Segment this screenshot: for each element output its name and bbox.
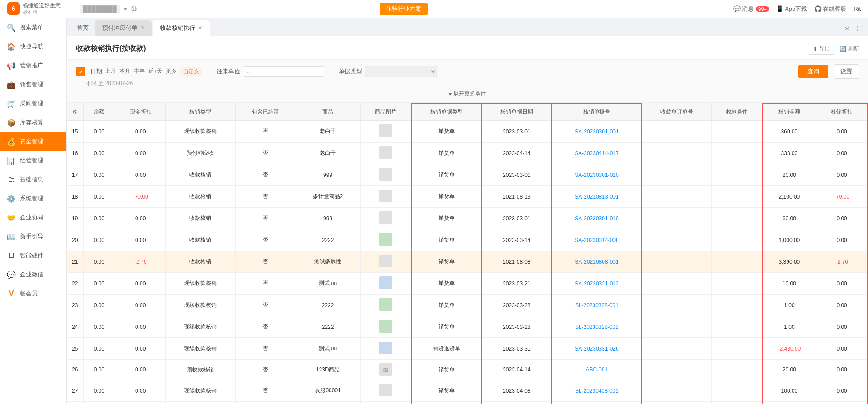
messages-btn[interactable]: 💬 消息 99+ <box>733 5 769 13</box>
export-btn[interactable]: ⬆ 导出 <box>808 43 835 55</box>
bill-type-filter: 单据类型 <box>339 66 437 77</box>
sidebar-label-guide: 新手引导 <box>20 233 43 241</box>
sidebar-item-inventory[interactable]: 📦 库存核算 <box>0 113 66 132</box>
col-gear[interactable]: ⚙ <box>67 103 83 121</box>
product-thumbnail <box>379 168 392 181</box>
date-this-year[interactable]: 本年 <box>134 67 145 76</box>
product-thumbnail <box>379 146 392 159</box>
col-verify-bill-no: 核销单据号 <box>552 103 642 121</box>
product-thumbnail <box>379 124 392 137</box>
sidebar-item-hardware[interactable]: 🖥 智能硬件 <box>0 246 66 265</box>
page-title: 收款核销执行(按收款) <box>76 44 146 53</box>
filter-expand-arrow[interactable]: » <box>76 67 85 76</box>
sidebar-item-quicknav[interactable]: 🏠 快捷导航 <box>0 37 66 56</box>
sidebar-label-hardware: 智能硬件 <box>20 252 43 260</box>
sidebar-item-enterprise[interactable]: 🤝 企业协同 <box>0 208 66 227</box>
system-icon: ⚙️ <box>7 195 15 203</box>
sidebar-item-wechat[interactable]: 💬 企业微信 <box>0 265 66 284</box>
sidebar-label-search: 搜索菜单 <box>20 24 43 32</box>
phone-icon: 📱 <box>776 5 783 12</box>
purchase-icon: 🛒 <box>7 100 15 108</box>
table-header-row: ⚙ 余额 现金折扣 核销类型 包含已结清 商品 商品图片 核销单据类型 核销单据… <box>67 103 868 121</box>
date-filter: 日期 上月 本月 本年 近7天 更多 自定义 <box>90 67 202 76</box>
date-7days[interactable]: 近7天 <box>148 67 162 76</box>
product-thumbnail <box>379 384 392 396</box>
logo-text: 畅捷通道好生意 标准版 <box>23 2 61 16</box>
product-thumbnail <box>379 298 392 311</box>
sidebar-label-inventory: 库存核算 <box>20 119 43 127</box>
page-header: 收款核销执行(按收款) ⬆ 导出 🔄 刷新 <box>67 36 868 60</box>
sidebar-item-member[interactable]: V 畅会员 <box>0 284 66 303</box>
sidebar-item-operations[interactable]: 📊 经营管理 <box>0 151 66 170</box>
company-selector[interactable]: ████████ ▾ ⚙ <box>80 5 374 13</box>
table-row: 150.000.00现续收款核销否老白干销货单2023-03-01SA-2023… <box>67 121 868 143</box>
col-product-image: 商品图片 <box>360 103 411 121</box>
sidebar-item-marketing[interactable]: 📢 营销推广 <box>0 56 66 75</box>
filter-bar: » 日期 上月 本月 本年 近7天 更多 自定义 <box>67 60 868 103</box>
product-thumbnail <box>379 211 392 224</box>
page-content: 收款核销执行(按收款) ⬆ 导出 🔄 刷新 » <box>67 36 868 404</box>
query-btn[interactable]: 查询 <box>798 65 828 78</box>
operations-icon: 📊 <box>7 157 15 165</box>
date-custom[interactable]: 自定义 <box>180 67 202 76</box>
partner-input[interactable] <box>243 66 324 77</box>
date-this-month[interactable]: 本月 <box>119 67 130 76</box>
sidebar-label-marketing: 营销推广 <box>20 62 43 70</box>
sidebar-label-enterprise: 企业协同 <box>20 214 43 222</box>
top-right-actions: 💬 消息 99+ 📱 App下载 🎧 在线客服 Rit <box>733 5 861 13</box>
col-verify-bill-type: 核销单据类型 <box>411 103 481 121</box>
filter-row-1: » 日期 上月 本月 本年 近7天 更多 自定义 <box>76 64 859 79</box>
sidebar-label-basic: 基础信息 <box>20 176 43 184</box>
sidebar-label-sales: 销售管理 <box>20 81 43 89</box>
search-icon: 🔍 <box>7 24 15 32</box>
sidebar-item-guide[interactable]: 📖 新手引导 <box>0 227 66 246</box>
expand-down-icon: ▾ <box>449 91 452 97</box>
sidebar-item-finance[interactable]: 💰 资金管理 <box>0 132 66 151</box>
app-download-btn[interactable]: 📱 App下载 <box>776 5 807 13</box>
sidebar-label-finance: 资金管理 <box>20 138 43 146</box>
sidebar-item-basic[interactable]: 🗂 基础信息 <box>0 170 66 189</box>
sidebar-item-system[interactable]: ⚙️ 系统管理 <box>0 189 66 208</box>
tab-collection-close[interactable]: ✕ <box>198 25 203 31</box>
member-icon: V <box>7 290 15 298</box>
finance-icon: 💰 <box>7 138 15 146</box>
dropdown-icon[interactable]: ▾ <box>124 5 127 12</box>
sidebar-item-search[interactable]: 🔍 搜索菜单 <box>0 18 66 37</box>
product-thumbnail <box>379 190 392 202</box>
product-thumbnail: 🏢 <box>379 363 392 376</box>
gear-icon[interactable]: ⚙ <box>131 5 137 13</box>
date-last-month[interactable]: 上月 <box>105 67 116 76</box>
basic-icon: 🗂 <box>7 176 15 184</box>
product-thumbnail <box>379 320 392 333</box>
sidebar-item-sales[interactable]: 💼 销售管理 <box>0 75 66 94</box>
hardware-icon: 🖥 <box>7 252 15 260</box>
refresh-icon: 🔄 <box>840 46 846 52</box>
sidebar-label-wechat: 企业微信 <box>20 271 43 279</box>
col-balance: 余额 <box>83 103 115 121</box>
refresh-btn[interactable]: 🔄 刷新 <box>840 43 859 55</box>
sales-icon: 💼 <box>7 81 15 89</box>
top-bar: 6 畅捷通道好生意 标准版 ████████ ▾ ⚙ 休验行业方案 💬 消息 9… <box>0 0 868 18</box>
tab-expand-icon[interactable]: ⛶ <box>855 24 864 34</box>
expand-more-btn[interactable]: ▾ 展开更多条件 <box>449 90 486 98</box>
tab-prepay-close[interactable]: ✕ <box>140 25 145 31</box>
industry-btn[interactable]: 休验行业方案 <box>380 3 428 15</box>
date-more[interactable]: 更多 <box>166 67 177 76</box>
col-verify-type: 核销类型 <box>166 103 235 121</box>
sidebar-item-purchase[interactable]: 🛒 采购管理 <box>0 94 66 113</box>
col-verify-bill-date: 核销单据日期 <box>481 103 552 121</box>
online-service-btn[interactable]: 🎧 在线客服 <box>814 5 846 13</box>
setting-btn[interactable]: 设置 <box>834 64 859 79</box>
tab-collection[interactable]: 收款核销执行 ✕ <box>153 20 210 36</box>
col-verify-discount: 核销折扣 <box>816 103 868 121</box>
tab-home[interactable]: 首页 <box>71 20 95 36</box>
inventory-icon: 📦 <box>7 119 15 127</box>
table-row: 200.000.00收款核销否2222销货单2023-03-14SA-20230… <box>67 229 868 251</box>
tab-prepay[interactable]: 预付冲应付单 ✕ <box>95 20 152 36</box>
sidebar-label-quicknav: 快捷导航 <box>20 43 43 51</box>
bill-type-select[interactable] <box>365 66 437 77</box>
tab-close-icon[interactable]: ✕ <box>843 24 851 34</box>
sidebar-label-member: 畅会员 <box>20 290 38 298</box>
date-label: 日期 <box>90 67 102 76</box>
product-thumbnail <box>379 342 392 354</box>
